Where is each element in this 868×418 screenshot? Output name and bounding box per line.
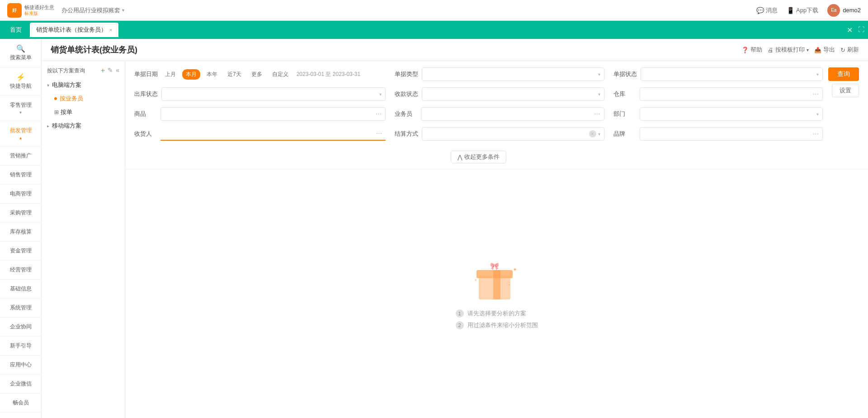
sidebar-item-wholesale[interactable]: 批发管理 ▴ — [0, 121, 41, 147]
sidebar-item-quicknav[interactable]: ⚡ 快捷导航 — [0, 67, 41, 96]
warehouse-input[interactable]: ··· — [640, 87, 823, 101]
sidebar-item-newbie[interactable]: 新手引导 — [0, 337, 41, 356]
date-filter: 上月 本月 本年 近7天 更多 自定义 2023-03-01 至 2023-03… — [161, 69, 360, 80]
filter-item-brand: 品牌 ··· — [613, 127, 823, 141]
logo-icon: 好 — [7, 3, 22, 18]
goods-input[interactable]: ··· — [160, 107, 386, 121]
app-download-action[interactable]: 📱 App下载 — [787, 6, 818, 14]
sidebar-item-inventory[interactable]: 库存核算 — [0, 223, 41, 242]
scheme-item-by-salesman[interactable]: 按业务员 — [42, 92, 125, 105]
scheme-group-desktop-title[interactable]: ▾ 电脑端方案 — [42, 78, 125, 92]
filter-item-receiver: 收货人 ··· — [134, 127, 386, 141]
sidebar-item-weixin[interactable]: 企业微信 — [0, 375, 41, 394]
receivestatus-input[interactable]: ▾ — [422, 87, 604, 101]
outstatus-input[interactable]: ▾ — [161, 87, 386, 101]
user-area[interactable]: Ea demo2 — [827, 4, 861, 17]
logo-text: 畅捷通好生意 标准版 — [24, 4, 54, 16]
date-btn-7days[interactable]: 近7天 — [224, 69, 245, 80]
tab-bar: 首页 销货单统计表（按业务员） × ✕ ⛶ — [0, 21, 868, 39]
settle-input[interactable]: × ▾ — [422, 127, 604, 141]
sidebar-item-basic[interactable]: 基础信息 — [0, 280, 41, 299]
date-label: 单据日期 — [134, 70, 158, 78]
dept-input[interactable]: ▾ — [640, 107, 823, 121]
sidebar-item-enterprise[interactable]: 企业协同 — [0, 318, 41, 337]
docstatus-arrow-icon: ▾ — [816, 72, 819, 77]
doctype-label: 单据类型 — [395, 70, 418, 78]
dept-label: 部门 — [613, 110, 636, 118]
sidebar-item-member[interactable]: 畅会员 — [0, 394, 41, 413]
sidebar-item-ecommerce[interactable]: 电商管理 — [0, 185, 41, 204]
scheme-group-mobile-arrow-icon: ▸ — [47, 124, 49, 128]
empty-text-list: 1 请先选择要分析的方案 2 用过滤条件来缩小分析范围 — [456, 309, 538, 329]
maximize-icon[interactable]: ⛶ — [858, 26, 864, 34]
svg-text:✦: ✦ — [508, 283, 511, 286]
close-window-icon[interactable]: ✕ — [847, 26, 853, 34]
sidebar-item-system[interactable]: 系统管理 — [0, 299, 41, 318]
outstatus-label: 出库状态 — [134, 90, 158, 98]
content-area: 销货单统计表(按业务员) ❓ 帮助 🖨 按模板打印 📤 导出 ↻ 刷新 — [42, 39, 868, 418]
message-action[interactable]: 💬 消息 — [756, 6, 778, 14]
template-print-btn[interactable]: 🖨 按模板打印 — [768, 46, 809, 54]
sidebar: 🔍 搜索菜单 ⚡ 快捷导航 零售管理 ▾ 批发管理 ▴ 营销推广 销售管理 电商… — [0, 39, 42, 418]
filter-item-outstatus: 出库状态 ▾ — [134, 87, 386, 101]
receiver-input[interactable]: ··· — [160, 127, 386, 141]
page-title: 销货单统计表(按业务员) — [51, 44, 137, 55]
settle-clear-icon[interactable]: × — [589, 130, 596, 138]
sidebar-item-appcenter[interactable]: 应用中心 — [0, 356, 41, 375]
tab-active[interactable]: 销货单统计表（按业务员） × — [30, 23, 118, 37]
sidebar-item-finance[interactable]: 资金管理 — [0, 242, 41, 261]
filter-row-1: 单据日期 上月 本月 本年 近7天 更多 自定义 2023-03-01 至 20… — [134, 67, 823, 81]
scheme-group-arrow-icon: ▾ — [47, 83, 49, 88]
outstatus-arrow-icon: ▾ — [379, 92, 382, 97]
tab-home[interactable]: 首页 — [4, 23, 28, 37]
scheme-dot-icon — [54, 97, 57, 100]
sidebar-item-sales[interactable]: 销售管理 — [0, 166, 41, 185]
results-area: ✦ ✦ ✦ 🎀 1 请先选择要分析的方案 — [125, 170, 868, 418]
settle-label: 结算方式 — [395, 130, 418, 138]
date-btn-thisyear[interactable]: 本年 — [203, 69, 221, 80]
sidebar-item-purchase[interactable]: 采购管理 — [0, 204, 41, 223]
date-btn-more[interactable]: 更多 — [248, 69, 266, 80]
svg-text:✦: ✦ — [513, 266, 517, 273]
scheme-group-mobile-title[interactable]: ▸ 移动端方案 — [42, 119, 125, 133]
docstatus-input[interactable]: ▾ — [641, 67, 823, 81]
receiver-dots-icon: ··· — [376, 129, 382, 138]
receiver-label: 收货人 — [134, 130, 157, 138]
top-bar-right: 💬 消息 📱 App下载 Ea demo2 — [756, 4, 861, 17]
edit-scheme-btn[interactable]: ✎ — [108, 66, 113, 75]
page-actions: ❓ 帮助 🖨 按模板打印 📤 导出 ↻ 刷新 — [741, 46, 859, 54]
brand-input[interactable]: ··· — [640, 127, 823, 141]
date-btn-custom[interactable]: 自定义 — [269, 69, 292, 80]
main-layout: 🔍 搜索菜单 ⚡ 快捷导航 零售管理 ▾ 批发管理 ▴ 营销推广 销售管理 电商… — [0, 39, 868, 418]
receivestatus-arrow-icon: ▾ — [598, 92, 600, 97]
left-panel-header: 按以下方案查询 + ✎ « — [42, 66, 125, 78]
brand-dots-icon: ··· — [813, 130, 819, 138]
filter-row-4: 收货人 ··· 结算方式 — [134, 127, 823, 141]
add-scheme-btn[interactable]: + — [101, 66, 105, 75]
sidebar-item-retail[interactable]: 零售管理 ▾ — [0, 96, 41, 121]
collapse-panel-btn[interactable]: « — [116, 66, 119, 75]
query-btn[interactable]: 查询 — [828, 67, 859, 81]
scheme-item-by-order[interactable]: ⊞ 按单 — [42, 105, 125, 119]
refresh-btn[interactable]: ↻ 刷新 — [840, 46, 859, 54]
export-btn[interactable]: 📤 导出 — [814, 46, 835, 54]
tab-close-icon[interactable]: × — [109, 27, 112, 33]
filter-item-doctype: 单据类型 ▾ — [395, 67, 604, 81]
svg-rect-2 — [493, 270, 500, 299]
filter-item-docstatus: 单据状态 ▾ — [613, 67, 823, 81]
warehouse-label: 仓库 — [613, 90, 636, 98]
scheme-group-desktop: ▾ 电脑端方案 按业务员 ⊞ 按单 — [42, 78, 125, 119]
setting-btn[interactable]: 设置 — [832, 84, 859, 97]
help-btn[interactable]: ❓ 帮助 — [741, 46, 762, 54]
collapse-more-btn[interactable]: ⋀ 收起更多条件 — [451, 151, 506, 163]
salesman-input[interactable]: ··· — [421, 107, 604, 121]
sidebar-item-management[interactable]: 经营管理 — [0, 261, 41, 280]
warehouse-dots-icon: ··· — [813, 90, 819, 98]
date-btn-thismonth[interactable]: 本月 — [182, 69, 200, 80]
logo-area: 好 畅捷通好生意 标准版 — [7, 3, 54, 18]
nav-dropdown[interactable]: 办公用品行业模拟账套 — [58, 5, 128, 16]
sidebar-item-marketing[interactable]: 营销推广 — [0, 147, 41, 166]
date-btn-lastmonth[interactable]: 上月 — [161, 69, 179, 80]
doctype-input[interactable]: ▾ — [422, 67, 604, 81]
sidebar-item-search[interactable]: 🔍 搜索菜单 — [0, 39, 41, 67]
